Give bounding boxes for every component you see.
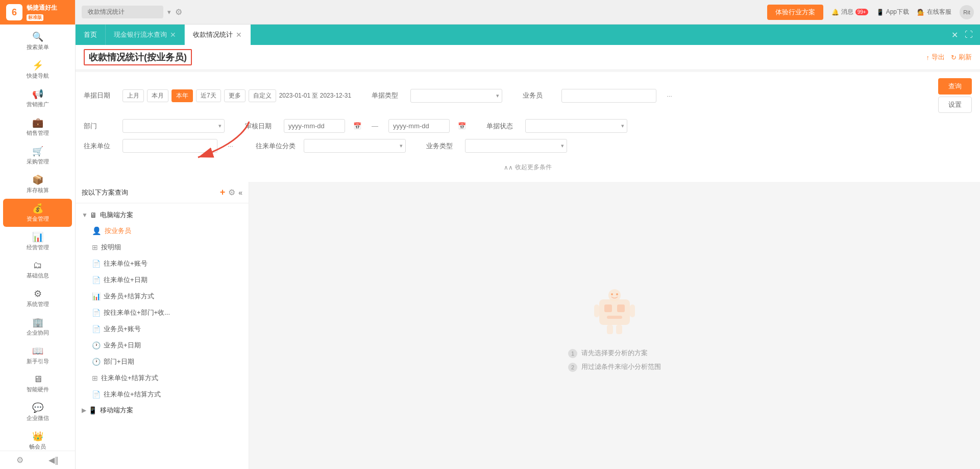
export-button[interactable]: ↑ 导出 bbox=[926, 53, 945, 62]
page-title: 收款情况统计(按业务员) bbox=[84, 49, 192, 65]
sidebar-item-search[interactable]: 🔍 搜索菜单 bbox=[3, 27, 72, 55]
tree-item-counterpart-account[interactable]: 📄 往来单位+账号 bbox=[76, 255, 249, 272]
tree-item-salesman-settlement[interactable]: 📊 业务员+结算方式 bbox=[76, 288, 249, 304]
counterpart-more-icon[interactable]: ··· bbox=[228, 142, 233, 150]
tree-item-counterpart-settle2[interactable]: 📄 往来单位+结算方式 bbox=[76, 386, 249, 403]
shortcut-icon: ⚡ bbox=[32, 60, 43, 71]
counterpart-label: 往来单位 bbox=[84, 142, 114, 151]
tree-item-salesman-account[interactable]: 📄 业务员+账号 bbox=[76, 321, 249, 337]
home-tab-label: 首页 bbox=[84, 30, 97, 39]
inventory-icon: 📦 bbox=[32, 174, 43, 185]
tree-item-counterpart-date[interactable]: 📄 往来单位+日期 bbox=[76, 272, 249, 288]
sidebar-item-enterprise[interactable]: 🏢 企业协同 bbox=[3, 313, 72, 341]
sidebar-item-shortcut[interactable]: ⚡ 快捷导航 bbox=[3, 56, 72, 84]
collapse-sidebar-btn[interactable]: ◀‖ bbox=[48, 455, 59, 465]
message-action[interactable]: 🔔 消息 99+ bbox=[831, 8, 868, 16]
date-btn-this-year[interactable]: 本年 bbox=[172, 89, 193, 102]
doc-status-select-wrap[interactable] bbox=[525, 119, 627, 133]
refresh-button[interactable]: ↻ 刷新 bbox=[951, 53, 972, 62]
sidebar: 6 畅捷通好生 标准版 🔍 搜索菜单 ⚡ 快捷导航 📢 营销推广 💼 销售管理 … bbox=[0, 0, 76, 469]
sidebar-item-marketing[interactable]: 📢 营销推广 bbox=[3, 84, 72, 112]
audit-date-from-input[interactable] bbox=[284, 119, 345, 133]
counterpart-settle-label: 往来单位+结算方式 bbox=[101, 373, 158, 383]
empty-tip-1: 1 请先选择要分析的方案 bbox=[568, 348, 661, 358]
counterpart-category-select[interactable] bbox=[304, 139, 406, 153]
collapse-icon: ∧∧ bbox=[504, 164, 513, 171]
breadcrumb-dropdown-icon[interactable]: ▾ bbox=[167, 8, 171, 16]
sidebar-item-basic[interactable]: 🗂 基础信息 bbox=[3, 256, 72, 284]
header-settings-icon[interactable]: ⚙ bbox=[175, 7, 182, 17]
sidebar-item-guide[interactable]: 📖 新手引导 bbox=[3, 341, 72, 369]
sales-icon: 💼 bbox=[32, 117, 43, 128]
collapse-bar[interactable]: ∧∧ 收起更多条件 bbox=[84, 159, 972, 176]
tree-item-counterpart-settle[interactable]: ⊞ 往来单位+结算方式 bbox=[76, 370, 249, 386]
dept-select[interactable] bbox=[122, 119, 225, 133]
tree-section-mobile-header[interactable]: ▶ 📱 移动端方案 bbox=[76, 403, 249, 418]
type-select[interactable] bbox=[410, 89, 502, 103]
tab-receipt[interactable]: 收款情况统计 ✕ bbox=[185, 25, 251, 45]
tree-item-dept-date[interactable]: 🕐 部门+日期 bbox=[76, 354, 249, 370]
biz-type-select[interactable] bbox=[465, 139, 567, 153]
type-filter-label: 单据类型 bbox=[372, 91, 402, 100]
sidebar-item-finance[interactable]: 💰 资金管理 bbox=[3, 199, 72, 227]
app-download-action[interactable]: 📱 App下载 bbox=[876, 8, 909, 16]
by-counterpart-dept-label: 按往来单位+部门+收... bbox=[104, 308, 170, 317]
left-panel: 按以下方案查询 + ⚙ « ▼ 🖥 电脑端方案 bbox=[76, 182, 249, 469]
counterpart-category-select-wrap[interactable] bbox=[304, 139, 406, 153]
counterpart-input[interactable] bbox=[122, 139, 217, 153]
trial-button[interactable]: 体验行业方案 bbox=[767, 5, 823, 20]
type-select-wrap[interactable] bbox=[410, 89, 502, 103]
receipt-tab-close-icon[interactable]: ✕ bbox=[236, 31, 242, 39]
sidebar-item-sales[interactable]: 💼 销售管理 bbox=[3, 113, 72, 141]
bank-tab-close-icon[interactable]: ✕ bbox=[170, 31, 176, 39]
system-icon: ⚙ bbox=[34, 288, 42, 299]
hardware-icon: 🖥 bbox=[33, 374, 42, 385]
audit-date-to-input[interactable] bbox=[388, 119, 450, 133]
sidebar-item-hardware[interactable]: 🖥 智能硬件 bbox=[3, 370, 72, 397]
mobile-toggle-icon: ▶ bbox=[82, 407, 86, 414]
svg-point-8 bbox=[608, 289, 621, 301]
tree-section-desktop-header[interactable]: ▼ 🖥 电脑端方案 bbox=[76, 207, 249, 223]
calendar-to-icon[interactable]: 📅 bbox=[458, 122, 466, 130]
date-btn-more[interactable]: 更多 bbox=[224, 89, 246, 102]
doc-status-select[interactable] bbox=[525, 119, 627, 133]
salesman-settlement-icon: 📊 bbox=[92, 292, 101, 300]
set-button[interactable]: 设置 bbox=[938, 97, 972, 113]
window-close-btn[interactable]: ✕ bbox=[949, 30, 960, 40]
salesman-more-icon[interactable]: ··· bbox=[667, 92, 672, 100]
tree-item-by-counterpart-dept[interactable]: 📄 按往来单位+部门+收... bbox=[76, 304, 249, 321]
salesman-input[interactable] bbox=[561, 89, 656, 103]
scheme-settings-icon[interactable]: ⚙ bbox=[228, 187, 235, 197]
dept-select-wrap[interactable] bbox=[122, 119, 225, 133]
sidebar-item-operation[interactable]: 📊 经营管理 bbox=[3, 227, 72, 255]
user-avatar[interactable]: Rit bbox=[960, 5, 974, 19]
query-button[interactable]: 查询 bbox=[938, 78, 972, 95]
tab-bank[interactable]: 现金银行流水查询 ✕ bbox=[106, 25, 185, 45]
date-btn-custom[interactable]: 自定义 bbox=[249, 89, 276, 102]
sidebar-item-member[interactable]: 👑 畅会员 bbox=[3, 427, 72, 451]
tree-item-salesman-date[interactable]: 🕐 业务员+日期 bbox=[76, 337, 249, 354]
tab-home[interactable]: 首页 bbox=[76, 25, 106, 45]
add-scheme-btn[interactable]: + bbox=[220, 187, 226, 198]
breadcrumb: 收款情况统计 bbox=[82, 6, 163, 18]
filter-row-3: 往来单位 ··· 往来单位分类 业务类型 bbox=[84, 139, 972, 153]
sidebar-item-purchase[interactable]: 🛒 采购管理 bbox=[3, 142, 72, 170]
date-btn-this-month[interactable]: 本月 bbox=[147, 89, 168, 102]
tree-item-by-salesman[interactable]: 👤 按业务员 bbox=[76, 223, 249, 239]
online-service-action[interactable]: 💁 在线客服 bbox=[917, 8, 951, 16]
sidebar-item-inventory[interactable]: 📦 库存核算 bbox=[3, 170, 72, 198]
window-maximize-btn[interactable]: ⛶ bbox=[964, 30, 974, 40]
receipt-tab-label: 收款情况统计 bbox=[193, 30, 233, 39]
settings-footer-btn[interactable]: ⚙ bbox=[16, 455, 23, 465]
tree-item-by-detail[interactable]: ⊞ 按明细 bbox=[76, 239, 249, 255]
svg-rect-5 bbox=[630, 304, 635, 317]
collapse-panel-icon[interactable]: « bbox=[238, 189, 242, 197]
date-btn-7days[interactable]: 近7天 bbox=[196, 89, 221, 102]
calendar-from-icon[interactable]: 📅 bbox=[353, 122, 361, 130]
tree-container: ▼ 🖥 电脑端方案 👤 按业务员 ⊞ 按明细 bbox=[76, 203, 249, 469]
sidebar-item-wechat[interactable]: 💬 企业微信 bbox=[3, 398, 72, 426]
biz-type-select-wrap[interactable] bbox=[465, 139, 567, 153]
dept-date-label: 部门+日期 bbox=[104, 357, 134, 366]
sidebar-item-system[interactable]: ⚙ 系统管理 bbox=[3, 284, 72, 312]
date-btn-last-month[interactable]: 上月 bbox=[122, 89, 144, 102]
